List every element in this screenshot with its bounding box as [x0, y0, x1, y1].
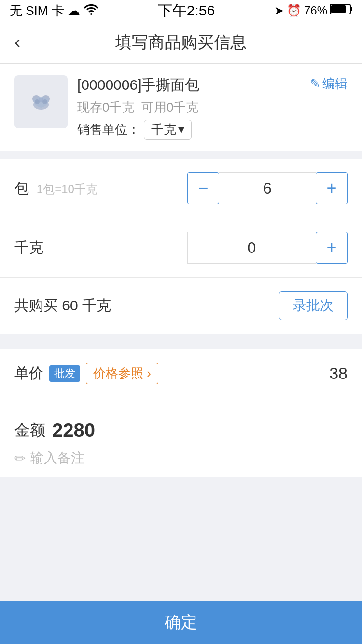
price-ref-button[interactable]: 价格参照 ›	[86, 363, 158, 384]
qty-kg-plus-button[interactable]: +	[316, 232, 348, 264]
status-bar: 无 SIM 卡 ☁ 下午2:56 ➤ ⏰ 76%	[0, 0, 362, 21]
page-title: 填写商品购买信息	[115, 31, 247, 54]
quantity-section: 包 1包=10千克 − + 千克 +	[0, 159, 362, 277]
qty-bao-plus-button[interactable]: +	[316, 172, 348, 204]
wifi-icon	[84, 3, 98, 18]
remark-row[interactable]: ✏ 输入备注	[14, 441, 348, 477]
price-left: 单价 批发 价格参照 ›	[14, 363, 158, 384]
battery-percent: 76%	[304, 4, 327, 17]
qty-bao-controls: − +	[187, 172, 348, 204]
location-icon: ➤	[274, 4, 284, 17]
svg-rect-2	[331, 5, 346, 13]
quantity-kg-row: 千克 +	[14, 218, 348, 277]
svg-point-8	[39, 98, 43, 102]
qty-kg-label: 千克	[14, 238, 43, 258]
product-unit-row: 销售单位： 千克 ▾	[77, 120, 300, 140]
edit-button[interactable]: ✎ 编辑	[310, 75, 348, 92]
summary-row: 共购买 60 千克 录批次	[0, 277, 362, 334]
qty-bao-label: 包 1包=10千克	[14, 179, 97, 198]
remark-placeholder: 输入备注	[30, 449, 84, 467]
pencil-icon: ✏	[14, 450, 26, 466]
price-section: 单价 批发 价格参照 › 38	[0, 349, 362, 398]
confirm-button-label: 确定	[165, 611, 197, 633]
product-info: [0000006]手撕面包 现存0千克 可用0千克 销售单位： 千克 ▾	[77, 75, 300, 140]
status-time: 下午2:56	[158, 1, 215, 21]
price-value: 38	[329, 364, 348, 383]
qty-kg-input[interactable]	[187, 232, 316, 264]
amount-section: 金额 2280 ✏ 输入备注	[0, 398, 362, 477]
product-stock: 现存0千克 可用0千克	[77, 99, 300, 116]
unit-label: 销售单位：	[77, 121, 140, 138]
price-tag: 批发	[49, 365, 80, 382]
unit-selector[interactable]: 千克 ▾	[144, 120, 192, 140]
svg-rect-1	[350, 7, 352, 11]
status-right: ➤ ⏰ 76%	[274, 3, 352, 18]
sim-label: 无 SIM 卡 ☁	[10, 2, 80, 19]
qty-bao-minus-button[interactable]: −	[187, 172, 219, 204]
product-card: [0000006]手撕面包 现存0千克 可用0千克 销售单位： 千克 ▾ ✎ 编…	[0, 64, 362, 151]
nav-bar: ‹ 填写商品购买信息	[0, 21, 362, 64]
amount-label: 金额	[14, 420, 45, 441]
status-left: 无 SIM 卡 ☁	[10, 2, 98, 19]
product-image	[14, 75, 68, 128]
section-divider	[0, 341, 362, 349]
product-name: [0000006]手撕面包	[77, 75, 300, 95]
battery-icon	[330, 3, 352, 18]
unit-chevron-icon: ▾	[178, 122, 184, 137]
price-label: 单价	[14, 364, 43, 383]
amount-row: 金额 2280	[14, 410, 348, 441]
confirm-button[interactable]: 确定	[0, 601, 362, 644]
qty-bao-input[interactable]	[219, 172, 316, 204]
qty-kg-controls: +	[187, 232, 348, 264]
back-button[interactable]: ‹	[10, 28, 25, 57]
record-batch-button[interactable]: 录批次	[279, 291, 348, 320]
summary-text: 共购买 60 千克	[14, 296, 111, 316]
alarm-icon: ⏰	[287, 4, 301, 17]
amount-value: 2280	[52, 420, 95, 441]
edit-icon: ✎	[310, 76, 320, 91]
quantity-bao-row: 包 1包=10千克 − +	[14, 159, 348, 218]
